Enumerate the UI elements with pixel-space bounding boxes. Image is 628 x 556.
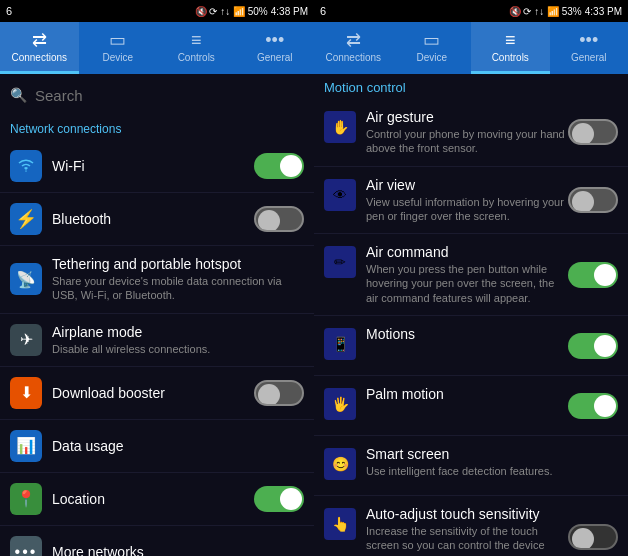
air-command-subtitle: When you press the pen button while hove… xyxy=(366,262,568,305)
location-text: Location xyxy=(52,491,254,507)
tab-connections-left[interactable]: ⇄ Connections xyxy=(0,22,79,74)
airplane-item[interactable]: ✈ Airplane mode Disable all wireless con… xyxy=(0,314,314,367)
tab-connections-label-right: Connections xyxy=(325,52,381,63)
wifi-title: Wi-Fi xyxy=(52,158,254,174)
tab-general-right[interactable]: ••• General xyxy=(550,22,629,74)
tethering-subtitle: Share your device's mobile data connecti… xyxy=(52,274,304,303)
time-left: 4:38 PM xyxy=(271,6,308,17)
tab-controls-label: Controls xyxy=(178,52,215,63)
download-booster-toggle[interactable]: O xyxy=(254,380,304,406)
palm-motion-toggle[interactable]: I xyxy=(568,393,618,419)
search-input[interactable] xyxy=(35,87,304,104)
status-right-left: 6 xyxy=(320,5,326,17)
settings-list: Wi-Fi I ⚡ Bluetooth O xyxy=(0,140,314,556)
more-networks-item[interactable]: ••• More networks xyxy=(0,526,314,556)
more-networks-icon: ••• xyxy=(10,536,42,556)
motions-title: Motions xyxy=(366,326,568,342)
airplane-text: Airplane mode Disable all wireless conne… xyxy=(52,324,304,356)
airplane-title: Airplane mode xyxy=(52,324,304,340)
air-view-icon: 👁 xyxy=(324,179,356,211)
tethering-icon: 📡 xyxy=(10,263,42,295)
auto-adjust-icon: 👆 xyxy=(324,508,356,540)
smart-screen-icon: 😊 xyxy=(324,448,356,480)
download-booster-title: Download booster xyxy=(52,385,254,401)
wifi-toggle[interactable]: I xyxy=(254,153,304,179)
tab-device-label-right: Device xyxy=(416,52,447,63)
air-gesture-text: Air gesture Control your phone by moving… xyxy=(366,109,568,156)
connections-icon: ⇄ xyxy=(32,31,47,49)
left-panel: 6 🔇 ⟳ ↑↓ 📶 50% 4:38 PM ⇄ Connections ▭ D… xyxy=(0,0,314,556)
data-usage-title: Data usage xyxy=(52,438,304,454)
auto-adjust-toggle[interactable]: O xyxy=(568,524,618,550)
tab-bar-right: ⇄ Connections ▭ Device ≡ Controls ••• Ge… xyxy=(314,22,628,74)
air-command-icon: ✏ xyxy=(324,246,356,278)
tab-connections-right[interactable]: ⇄ Connections xyxy=(314,22,393,74)
air-view-subtitle: View useful information by hovering your… xyxy=(366,195,568,224)
smart-screen-title: Smart screen xyxy=(366,446,618,462)
motions-item[interactable]: 📱 Motions I xyxy=(314,316,628,376)
download-booster-item[interactable]: ⬇ Download booster O xyxy=(0,367,314,420)
signal-indicator: 6 xyxy=(6,5,12,17)
bluetooth-toggle[interactable]: O xyxy=(254,206,304,232)
bluetooth-icon: ⚡ xyxy=(10,203,42,235)
tethering-title: Tethering and portable hotspot xyxy=(52,256,304,272)
palm-motion-title: Palm motion xyxy=(366,386,568,402)
download-icon: ⬇ xyxy=(10,377,42,409)
location-toggle[interactable]: I xyxy=(254,486,304,512)
palm-motion-text: Palm motion xyxy=(366,386,568,402)
motions-text: Motions xyxy=(366,326,568,342)
controls-icon-right: ≡ xyxy=(505,31,516,49)
air-view-title: Air view xyxy=(366,177,568,193)
device-icon-right: ▭ xyxy=(423,31,440,49)
air-view-toggle[interactable]: O xyxy=(568,187,618,213)
auto-adjust-title: Auto-adjust touch sensitivity xyxy=(366,506,568,522)
smart-screen-item[interactable]: 😊 Smart screen Use intelligent face dete… xyxy=(314,436,628,496)
tab-general-label: General xyxy=(257,52,293,63)
more-networks-text: More networks xyxy=(52,544,304,556)
bluetooth-title: Bluetooth xyxy=(52,211,254,227)
tab-connections-label: Connections xyxy=(11,52,67,63)
air-view-item[interactable]: 👁 Air view View useful information by ho… xyxy=(314,167,628,235)
status-bar-right: 6 🔇 ⟳ ↑↓ 📶 53% 4:33 PM xyxy=(314,0,628,22)
air-gesture-subtitle: Control your phone by moving your hand a… xyxy=(366,127,568,156)
search-icon: 🔍 xyxy=(10,87,27,103)
bluetooth-item[interactable]: ⚡ Bluetooth O xyxy=(0,193,314,246)
tab-bar-left: ⇄ Connections ▭ Device ≡ Controls ••• Ge… xyxy=(0,22,314,74)
download-booster-text: Download booster xyxy=(52,385,254,401)
air-gesture-toggle[interactable]: O xyxy=(568,119,618,145)
tethering-item[interactable]: 📡 Tethering and portable hotspot Share y… xyxy=(0,246,314,314)
notification-icons: 🔇 ⟳ ↑↓ 📶 50% xyxy=(195,6,268,17)
search-bar: 🔍 xyxy=(0,74,314,116)
motion-section-header: Motion control xyxy=(314,74,628,99)
auto-adjust-item[interactable]: 👆 Auto-adjust touch sensitivity Increase… xyxy=(314,496,628,556)
air-command-item[interactable]: ✏ Air command When you press the pen but… xyxy=(314,234,628,316)
time-right: 4:33 PM xyxy=(585,6,622,17)
air-command-text: Air command When you press the pen butto… xyxy=(366,244,568,305)
tab-general-left[interactable]: ••• General xyxy=(236,22,315,74)
palm-motion-icon: 🖐 xyxy=(324,388,356,420)
tab-device-label: Device xyxy=(102,52,133,63)
tab-device-right[interactable]: ▭ Device xyxy=(393,22,472,74)
general-icon: ••• xyxy=(265,31,284,49)
air-gesture-item[interactable]: ✋ Air gesture Control your phone by movi… xyxy=(314,99,628,167)
wifi-item[interactable]: Wi-Fi I xyxy=(0,140,314,193)
auto-adjust-text: Auto-adjust touch sensitivity Increase t… xyxy=(366,506,568,556)
tab-controls-right[interactable]: ≡ Controls xyxy=(471,22,550,74)
motions-icon: 📱 xyxy=(324,328,356,360)
smart-screen-text: Smart screen Use intelligent face detect… xyxy=(366,446,618,478)
motions-toggle[interactable]: I xyxy=(568,333,618,359)
air-gesture-title: Air gesture xyxy=(366,109,568,125)
auto-adjust-subtitle: Increase the sensitivity of the touch sc… xyxy=(366,524,568,556)
data-usage-item[interactable]: 📊 Data usage xyxy=(0,420,314,473)
air-command-toggle[interactable]: I xyxy=(568,262,618,288)
tab-controls-left[interactable]: ≡ Controls xyxy=(157,22,236,74)
tethering-text: Tethering and portable hotspot Share you… xyxy=(52,256,304,303)
status-left: 6 xyxy=(6,5,12,17)
controls-icon: ≡ xyxy=(191,31,202,49)
air-gesture-icon: ✋ xyxy=(324,111,356,143)
network-section-header: Network connections xyxy=(0,116,314,140)
location-item[interactable]: 📍 Location I xyxy=(0,473,314,526)
bluetooth-text: Bluetooth xyxy=(52,211,254,227)
palm-motion-item[interactable]: 🖐 Palm motion I xyxy=(314,376,628,436)
tab-device-left[interactable]: ▭ Device xyxy=(79,22,158,74)
